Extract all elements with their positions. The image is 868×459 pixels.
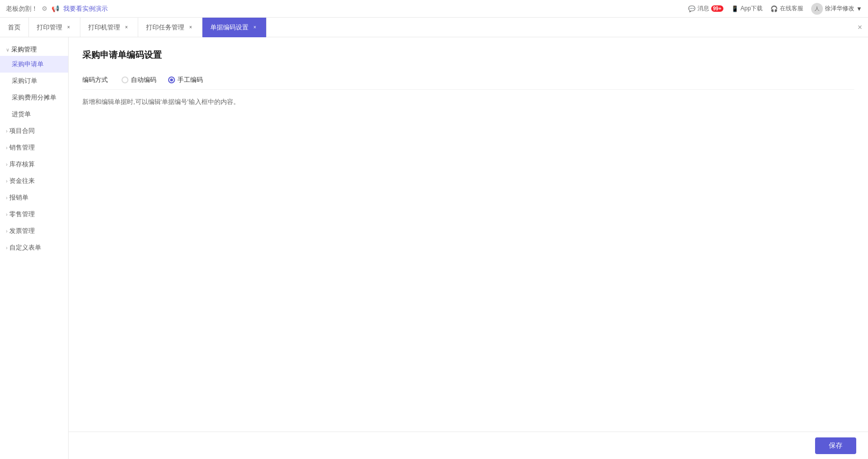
tab-printer-mgmt-label: 打印机管理 — [88, 23, 120, 32]
manual-coding-radio[interactable] — [168, 76, 175, 83]
sidebar-group-purchase-mgmt[interactable]: ∨ 采购管理 — [0, 41, 68, 56]
expense-report-label: 报销单 — [9, 193, 28, 202]
headset-icon: 🎧 — [770, 5, 778, 12]
sidebar-group-inventory[interactable]: › 库存核算 — [0, 156, 68, 173]
invoice-mgmt-label: 发票管理 — [9, 227, 35, 235]
project-contract-label: 项目合同 — [9, 127, 35, 135]
online-service-button[interactable]: 🎧 在线客服 — [770, 4, 803, 13]
settings-icon[interactable]: ⚙ — [42, 5, 48, 12]
sidebar-item-stock-in[interactable]: 进货单 — [0, 106, 68, 123]
purchase-mgmt-label: 采购管理 — [11, 45, 37, 54]
broadcast-icon: 📢 — [51, 5, 59, 12]
hint-text: 新增和编辑单据时,可以编辑'单据编号'输入框中的内容。 — [82, 98, 854, 106]
stock-in-label: 进货单 — [12, 110, 31, 118]
capital-arrow: › — [6, 178, 7, 184]
tab-printer-mgmt-close[interactable]: × — [123, 24, 130, 31]
message-icon: 💬 — [688, 5, 695, 12]
purchase-mgmt-arrow: ∨ — [6, 47, 9, 52]
tab-home[interactable]: 首页 — [0, 18, 29, 37]
app-download-icon: 📱 — [731, 5, 739, 12]
tab-printer-mgmt[interactable]: 打印机管理 × — [80, 18, 138, 37]
page-title: 采购申请单编码设置 — [82, 49, 854, 61]
tab-print-task-mgmt[interactable]: 打印任务管理 × — [138, 18, 202, 37]
content-area: 采购申请单编码设置 编码方式 自动编码 手工编码 新增和编辑单据时,可以编辑'单… — [69, 37, 868, 459]
user-name: 徐泽华修改 — [825, 4, 854, 13]
tab-print-task-mgmt-close[interactable]: × — [187, 24, 194, 31]
auto-coding-radio[interactable] — [122, 76, 128, 83]
custom-forms-arrow: › — [6, 245, 7, 251]
top-bar: 老板勿割！ ⚙ 📢 我要看实例演示 💬 消息 99+ 📱 App下载 🎧 在线客… — [0, 0, 868, 18]
purchase-order-label: 采购订单 — [12, 77, 37, 84]
app-download-label: App下载 — [741, 4, 763, 13]
sidebar-group-sales-mgmt[interactable]: › 销售管理 — [0, 139, 68, 156]
messages-badge: 99+ — [711, 5, 723, 12]
online-service-label: 在线客服 — [780, 4, 803, 13]
sidebar-group-retail-mgmt[interactable]: › 零售管理 — [0, 206, 68, 223]
sidebar: ∨ 采购管理 采购申请单 采购订单 采购费用分摊单 进货单 › 项目合同 › 销… — [0, 37, 69, 459]
invoice-mgmt-arrow: › — [6, 229, 7, 234]
tab-print-task-mgmt-label: 打印任务管理 — [146, 23, 184, 32]
coding-method-row: 编码方式 自动编码 手工编码 — [82, 71, 854, 90]
auto-coding-option[interactable]: 自动编码 — [122, 76, 156, 84]
custom-forms-label: 自定义表单 — [9, 243, 41, 252]
inventory-label: 库存核算 — [9, 160, 35, 169]
sidebar-item-purchase-expense[interactable]: 采购费用分摊单 — [0, 89, 68, 106]
tab-bar-end: × — [852, 23, 868, 32]
sales-mgmt-arrow: › — [6, 145, 7, 151]
auto-coding-label: 自动编码 — [131, 76, 156, 84]
user-dropdown-arrow: ▼ — [856, 5, 862, 12]
sidebar-group-expense-report[interactable]: › 报销单 — [0, 189, 68, 206]
content-inner: 采购申请单编码设置 编码方式 自动编码 手工编码 新增和编辑单据时,可以编辑'单… — [69, 37, 868, 432]
manual-coding-option[interactable]: 手工编码 — [168, 76, 203, 84]
user-avatar-area[interactable]: 人 徐泽华修改 ▼ — [811, 3, 862, 15]
broadcast-text[interactable]: 我要看实例演示 — [63, 4, 108, 13]
expense-report-arrow: › — [6, 195, 7, 201]
sidebar-group-invoice-mgmt[interactable]: › 发票管理 — [0, 223, 68, 239]
sidebar-item-purchase-order[interactable]: 采购订单 — [0, 73, 68, 89]
app-download-button[interactable]: 📱 App下载 — [731, 4, 763, 13]
save-button[interactable]: 保存 — [815, 437, 856, 454]
tab-single-code-settings-label: 单据编码设置 — [210, 23, 248, 32]
tab-print-mgmt-label: 打印管理 — [37, 23, 62, 32]
top-bar-right: 💬 消息 99+ 📱 App下载 🎧 在线客服 人 徐泽华修改 ▼ — [688, 3, 862, 15]
main-layout: ∨ 采购管理 采购申请单 采购订单 采购费用分摊单 进货单 › 项目合同 › 销… — [0, 37, 868, 459]
capital-label: 资金往来 — [9, 177, 35, 185]
sidebar-group-capital[interactable]: › 资金往来 — [0, 173, 68, 189]
window-close-button[interactable]: × — [858, 23, 862, 32]
retail-mgmt-label: 零售管理 — [9, 210, 35, 219]
avatar: 人 — [811, 3, 823, 15]
tab-single-code-settings[interactable]: 单据编码设置 × — [202, 18, 267, 37]
top-bar-left: 老板勿割！ ⚙ 📢 我要看实例演示 — [6, 4, 108, 13]
sales-mgmt-label: 销售管理 — [9, 143, 35, 152]
messages-label: 消息 — [697, 4, 709, 13]
tab-bar: 首页 打印管理 × 打印机管理 × 打印任务管理 × 单据编码设置 × × — [0, 18, 868, 37]
footer-bar: 保存 — [69, 432, 868, 459]
brand-text: 老板勿割！ — [6, 4, 38, 13]
retail-mgmt-arrow: › — [6, 212, 7, 217]
purchase-expense-label: 采购费用分摊单 — [12, 94, 56, 101]
sidebar-group-custom-forms[interactable]: › 自定义表单 — [0, 239, 68, 256]
purchase-request-label: 采购申请单 — [12, 60, 44, 68]
sidebar-group-project-contract[interactable]: › 项目合同 — [0, 123, 68, 139]
coding-method-label: 编码方式 — [82, 76, 112, 84]
tab-print-mgmt[interactable]: 打印管理 × — [29, 18, 80, 37]
inventory-arrow: › — [6, 162, 7, 167]
sidebar-item-purchase-request[interactable]: 采购申请单 — [0, 56, 68, 73]
project-contract-arrow: › — [6, 128, 7, 134]
tab-home-label: 首页 — [8, 23, 21, 32]
tab-print-mgmt-close[interactable]: × — [65, 24, 72, 31]
manual-coding-label: 手工编码 — [177, 76, 203, 84]
tab-single-code-settings-close[interactable]: × — [251, 24, 258, 31]
messages-button[interactable]: 💬 消息 99+ — [688, 4, 723, 13]
